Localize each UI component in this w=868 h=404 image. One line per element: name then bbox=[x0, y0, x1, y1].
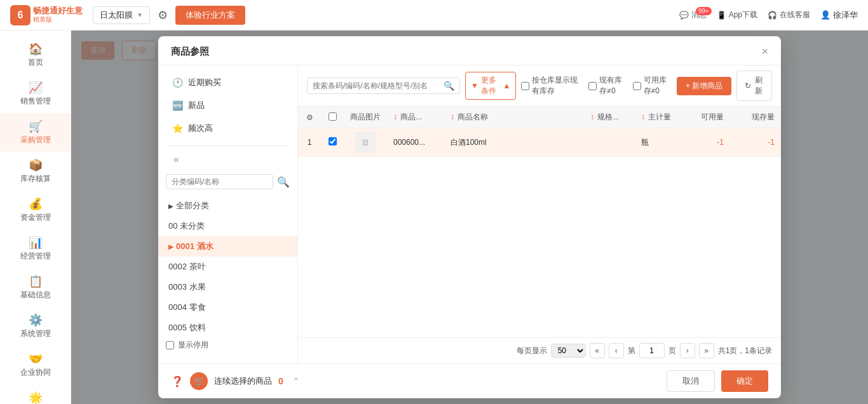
finance-icon: 💰 bbox=[29, 197, 43, 211]
product-table: ⚙ 商品图片 ↕ bbox=[298, 107, 781, 157]
modal-quick-nav: 🕐 近期购买 🆕 新品 ⭐ 频次高 bbox=[158, 72, 297, 140]
headset-icon: 🎧 bbox=[768, 11, 777, 20]
total-label: 共1页，1条记录 bbox=[718, 346, 772, 356]
warehouse-stock-filter: 按仓库显示现有库存 bbox=[521, 75, 583, 97]
sidebar-item-home[interactable]: 🏠 首页 bbox=[0, 36, 71, 74]
modal-nav-frequent[interactable]: ⭐ 频次高 bbox=[166, 118, 290, 139]
sidebar-item-sales[interactable]: 📈 销售管理 bbox=[0, 74, 71, 113]
current-stock-checkbox[interactable] bbox=[588, 82, 597, 90]
category-0001[interactable]: ▶ 0001 酒水 bbox=[158, 236, 297, 257]
category-0005[interactable]: 0005 饮料 bbox=[158, 318, 297, 333]
category-0003[interactable]: 0003 水果 bbox=[158, 277, 297, 297]
page-number-input[interactable] bbox=[639, 343, 665, 358]
sort-icon-code: ↕ bbox=[393, 112, 397, 121]
modal-nav-recent[interactable]: 🕐 近期购买 bbox=[166, 72, 290, 93]
modal-action-buttons: 取消 确定 bbox=[667, 370, 768, 392]
sidebar-item-guide[interactable]: 🌟 新手引导 bbox=[0, 384, 71, 404]
current-stock-filter: 现有库存≠0 bbox=[588, 75, 627, 97]
category-0004[interactable]: 0004 零食 bbox=[158, 297, 297, 318]
modal-right-panel: 🔍 ▼ 更多条件 ▲ 按仓库显示现有库存 bbox=[298, 65, 781, 363]
product-table-container: ⚙ 商品图片 ↕ bbox=[298, 107, 781, 337]
purchase-icon: 🛒 bbox=[29, 119, 43, 133]
settings-icon[interactable]: ⚙ bbox=[158, 8, 168, 22]
row-checkbox[interactable] bbox=[329, 137, 337, 145]
pagination: 每页显示 50 10 20 100 « ‹ 第 页 bbox=[298, 337, 781, 363]
inventory-icon: 📦 bbox=[29, 158, 43, 172]
cancel-button[interactable]: 取消 bbox=[667, 370, 715, 392]
sidebar-item-basic[interactable]: 📋 基础信息 bbox=[0, 268, 71, 307]
confirm-button[interactable]: 确定 bbox=[721, 370, 768, 392]
sidebar-label-purchase: 采购管理 bbox=[20, 135, 51, 145]
category-all[interactable]: ▶ 全部分类 bbox=[158, 196, 297, 216]
sidebar: 🏠 首页 📈 销售管理 🛒 采购管理 📦 库存核算 💰 资金管理 📊 经营管理 … bbox=[0, 30, 71, 404]
select-all-checkbox[interactable] bbox=[329, 112, 337, 121]
show-disabled-checkbox[interactable] bbox=[166, 341, 174, 349]
page-next-button[interactable]: › bbox=[680, 343, 695, 358]
sidebar-item-collab[interactable]: 🤝 企业协同 bbox=[0, 346, 71, 384]
username: 徐泽华 bbox=[833, 10, 858, 21]
cart-button[interactable]: 🛒 bbox=[190, 372, 208, 390]
app-download-button[interactable]: 📱 App下载 bbox=[717, 10, 757, 20]
modal-collapse-btn[interactable]: « bbox=[166, 151, 187, 168]
refresh-icon: ↻ bbox=[745, 81, 751, 90]
product-search-icon[interactable]: 🔍 bbox=[444, 81, 454, 91]
page-prev-button[interactable]: ‹ bbox=[609, 343, 624, 358]
warehouse-stock-checkbox[interactable] bbox=[521, 82, 529, 90]
th-settings[interactable]: ⚙ bbox=[298, 107, 321, 128]
modal-body: 🕐 近期购买 🆕 新品 ⭐ 频次高 bbox=[158, 65, 781, 363]
cell-spec bbox=[584, 128, 635, 157]
user-avatar[interactable]: 👤 徐泽华 bbox=[820, 10, 858, 21]
available-stock-checkbox[interactable] bbox=[633, 82, 641, 90]
category-search-input[interactable] bbox=[166, 174, 273, 189]
category-00[interactable]: 00 未分类 bbox=[158, 216, 297, 236]
category-search-icon[interactable]: 🔍 bbox=[277, 176, 290, 188]
product-reference-modal: 商品参照 × 🕐 近期购买 🆕 bbox=[158, 36, 781, 398]
modal-title: 商品参照 bbox=[171, 46, 209, 58]
sales-icon: 📈 bbox=[29, 81, 43, 95]
category-0002[interactable]: 0002 茶叶 bbox=[158, 257, 297, 277]
avatar-icon: 👤 bbox=[820, 10, 831, 20]
message-icon: 💬 bbox=[679, 11, 689, 20]
modal-nav-new[interactable]: 🆕 新品 bbox=[166, 95, 290, 116]
available-stock-label: 可用库存≠0 bbox=[644, 75, 672, 97]
per-page-select[interactable]: 50 10 20 100 bbox=[551, 344, 586, 358]
sidebar-label-sales: 销售管理 bbox=[20, 96, 51, 107]
trial-button[interactable]: 体验行业方案 bbox=[175, 6, 245, 25]
logo-sub: 精英版 bbox=[33, 15, 83, 24]
sidebar-item-system[interactable]: ⚙️ 系统管理 bbox=[0, 307, 71, 346]
sidebar-item-inventory[interactable]: 📦 库存核算 bbox=[0, 152, 71, 191]
page-last-button[interactable]: » bbox=[699, 343, 714, 358]
modal-close-button[interactable]: × bbox=[761, 45, 768, 58]
messages-button[interactable]: 💬 消息 99+ bbox=[679, 10, 707, 20]
store-selector[interactable]: 日太阳膜 ▼ bbox=[93, 6, 150, 24]
per-page-label: 每页显示 bbox=[517, 346, 547, 356]
basic-icon: 📋 bbox=[29, 274, 43, 288]
sidebar-item-business[interactable]: 📊 经营管理 bbox=[0, 229, 71, 268]
cell-available: -1 bbox=[679, 128, 730, 157]
add-product-button[interactable]: + 新增商品 bbox=[677, 77, 731, 95]
logo-name: 畅捷通好生意 bbox=[33, 6, 83, 16]
table-row[interactable]: 1 🖼 000600... 白酒100ml bbox=[298, 128, 781, 157]
logo-icon: 6 bbox=[10, 5, 31, 25]
modal-category-search: 🔍 bbox=[158, 170, 297, 193]
product-image: 🖼 bbox=[355, 132, 376, 152]
clock-icon: 🕐 bbox=[172, 77, 183, 88]
more-filter-button[interactable]: ▼ 更多条件 ▲ bbox=[465, 72, 516, 100]
sort-icon-unit: ↕ bbox=[641, 112, 645, 121]
sidebar-item-finance[interactable]: 💰 资金管理 bbox=[0, 191, 71, 229]
sidebar-label-collab: 企业协同 bbox=[20, 367, 51, 378]
sidebar-item-purchase[interactable]: 🛒 采购管理 bbox=[0, 113, 71, 152]
online-service-button[interactable]: 🎧 在线客服 bbox=[768, 10, 810, 20]
product-search-input[interactable] bbox=[313, 81, 440, 90]
cart-collapse-icon[interactable]: ⌃ bbox=[292, 376, 300, 386]
page-first-button[interactable]: « bbox=[590, 343, 605, 358]
cell-img: 🖼 bbox=[344, 128, 387, 157]
refresh-button[interactable]: ↻ 刷新 bbox=[736, 71, 772, 101]
nav-right: 💬 消息 99+ 📱 App下载 🎧 在线客服 👤 徐泽华 bbox=[679, 10, 858, 21]
content-area: 查询 刷新 商品参照 × 🕐 近期购买 bbox=[71, 30, 868, 404]
sidebar-label-finance: 资金管理 bbox=[20, 212, 51, 223]
home-icon: 🏠 bbox=[29, 42, 43, 56]
help-icon[interactable]: ❓ bbox=[171, 375, 184, 387]
main-layout: 🏠 首页 📈 销售管理 🛒 采购管理 📦 库存核算 💰 资金管理 📊 经营管理 … bbox=[0, 30, 868, 404]
logo-text-block: 畅捷通好生意 精英版 bbox=[33, 6, 83, 25]
